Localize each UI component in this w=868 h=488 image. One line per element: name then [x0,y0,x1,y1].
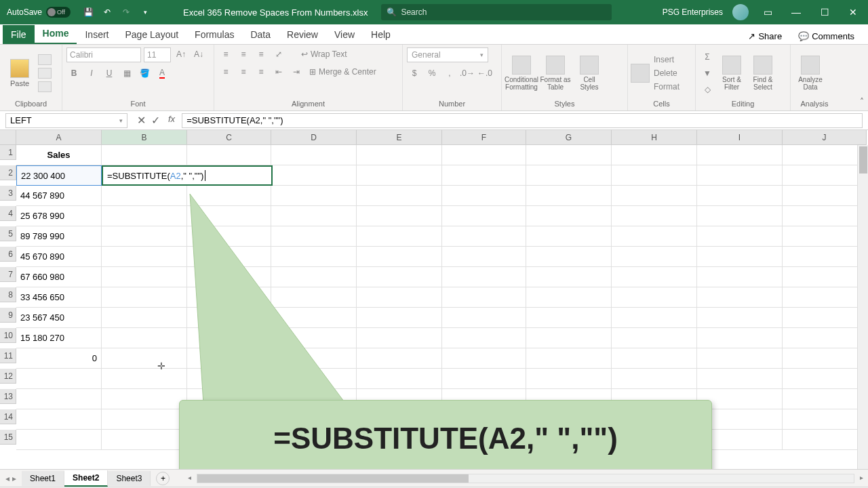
align-top-icon[interactable]: ≡ [218,47,233,61]
align-left-icon[interactable]: ≡ [218,65,233,79]
col-header-f[interactable]: F [442,130,526,145]
row-header[interactable]: 12 [0,369,16,384]
row-header[interactable]: 5 [0,226,16,241]
cell[interactable]: 0 [16,348,102,369]
cell-styles-button[interactable]: Cell Styles [574,56,605,91]
cell[interactable] [783,226,867,247]
cell[interactable] [271,247,357,267]
col-header-h[interactable]: H [612,130,697,145]
col-header-j[interactable]: J [783,130,867,145]
account-name[interactable]: PSG Enterprises [663,7,723,17]
cell[interactable] [187,186,271,206]
sheet-tab-3[interactable]: Sheet3 [108,471,151,486]
cell[interactable] [697,165,783,186]
horizontal-scrollbar[interactable]: ◂ ▸ [197,474,854,483]
cell[interactable] [783,186,867,206]
cell[interactable] [357,287,442,308]
cell[interactable] [187,226,271,247]
sheet-tab-2[interactable]: Sheet2 [64,470,108,487]
cell[interactable] [697,348,783,369]
clear-icon[interactable]: ◇ [700,83,715,96]
cell[interactable] [783,409,867,430]
cell[interactable] [187,328,271,348]
cell[interactable] [783,267,867,287]
row-header[interactable]: 10 [0,328,16,343]
bold-icon[interactable]: B [66,66,81,80]
cell[interactable] [187,247,271,267]
analyze-data-button[interactable]: Analyze Data [795,56,826,91]
cell[interactable] [697,226,783,247]
row-header[interactable]: 13 [0,389,16,404]
row-header[interactable]: 15 [0,430,16,445]
cell[interactable] [357,267,442,287]
underline-icon[interactable]: U [102,66,117,80]
cell[interactable] [102,328,187,348]
cell[interactable]: 25 678 990 [16,206,102,226]
font-color-icon[interactable]: A [155,66,170,80]
cell[interactable] [271,226,357,247]
enter-formula-icon[interactable]: ✓ [151,114,160,127]
cell-a1[interactable]: Sales [16,145,102,165]
sort-filter-button[interactable]: Sort & Filter [717,56,746,91]
cell[interactable] [357,226,442,247]
cell[interactable] [526,348,612,369]
cell[interactable] [612,348,697,369]
collapse-ribbon-icon[interactable]: ˄ [860,97,864,106]
col-header-i[interactable]: I [697,130,783,145]
cell[interactable] [526,206,612,226]
cell[interactable] [697,267,783,287]
wrap-text-button[interactable]: ↩Wrap Text [298,47,350,61]
cell[interactable] [442,369,526,389]
cell[interactable] [102,186,187,206]
row-header[interactable]: 7 [0,267,16,282]
col-header-c[interactable]: C [187,130,271,145]
cell[interactable] [612,328,697,348]
cell[interactable] [102,409,187,430]
cell[interactable] [16,369,102,389]
comma-format-icon[interactable]: , [442,66,457,80]
cell[interactable]: 45 670 890 [16,247,102,267]
cell[interactable] [187,267,271,287]
cell[interactable] [612,206,697,226]
paste-button[interactable]: Paste [4,59,35,87]
cell[interactable] [187,206,271,226]
cell[interactable] [271,287,357,308]
cell[interactable] [271,186,357,206]
row-header[interactable]: 1 [0,145,16,160]
row-header[interactable]: 3 [0,186,16,201]
cell[interactable] [783,369,867,389]
cell[interactable] [102,206,187,226]
cell[interactable] [783,165,867,186]
tab-file[interactable]: File [3,25,35,44]
tab-insert[interactable]: Insert [77,25,117,44]
cell[interactable] [783,287,867,308]
tab-page-layout[interactable]: Page Layout [117,25,186,44]
cells-icon-button[interactable] [632,64,648,83]
minimize-icon[interactable]: — [787,3,806,22]
decrease-font-icon[interactable]: A↓ [191,47,206,61]
insert-function-icon[interactable]: fx [165,114,178,127]
cell[interactable] [442,226,526,247]
cell[interactable] [102,308,187,328]
cell[interactable] [102,145,187,165]
cell[interactable] [612,165,697,186]
cell[interactable] [526,369,612,389]
cancel-formula-icon[interactable]: ✕ [137,114,146,127]
number-format-combo[interactable]: General▾ [407,47,488,62]
cell[interactable] [442,328,526,348]
cell[interactable] [442,247,526,267]
cell[interactable] [271,145,357,165]
cell[interactable] [526,145,612,165]
qat-dropdown-icon[interactable]: ▾ [140,7,151,18]
row-header[interactable]: 4 [0,206,16,221]
cell[interactable] [271,328,357,348]
cell[interactable] [357,206,442,226]
cell[interactable] [271,165,357,186]
align-center-icon[interactable]: ≡ [236,65,251,79]
row-header[interactable]: 8 [0,287,16,302]
increase-indent-icon[interactable]: ⇥ [289,65,304,79]
cell[interactable] [357,348,442,369]
cell[interactable] [526,267,612,287]
cell[interactable] [526,287,612,308]
cell[interactable] [612,369,697,389]
